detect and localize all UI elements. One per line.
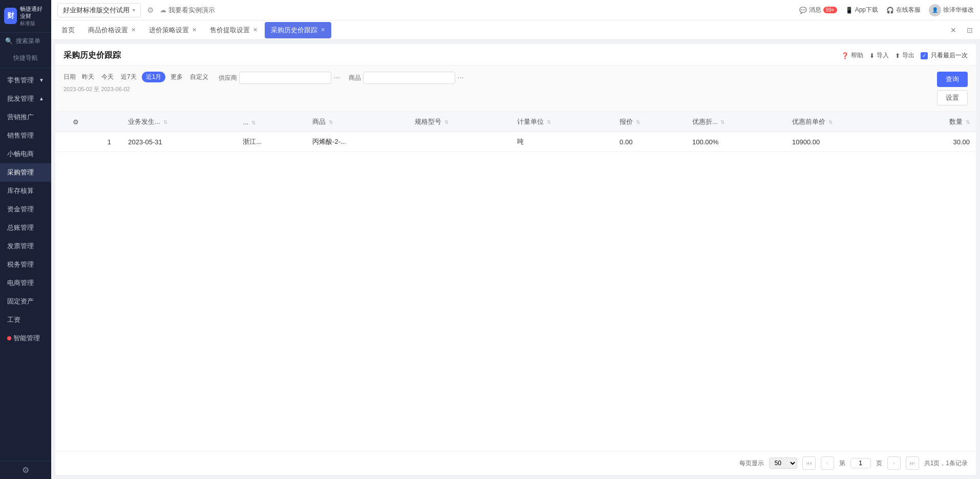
th-date[interactable]: 业务发生... ⇅: [122, 112, 237, 132]
cell-num: 1: [96, 132, 122, 152]
th-spec[interactable]: 规格型号 ⇅: [409, 112, 511, 132]
page-unit: 页: [876, 459, 882, 468]
date-btn-more[interactable]: 更多: [168, 72, 185, 82]
sidebar-item-inventory[interactable]: 库存核算: [0, 182, 51, 200]
goods-label: 商品: [349, 74, 361, 82]
gear-icon: ⚙: [73, 118, 79, 126]
sidebar-item-ledger[interactable]: 总账管理: [0, 219, 51, 237]
sidebar-item-invoice[interactable]: 发票管理: [0, 237, 51, 255]
th-goods[interactable]: 商品 ⇅: [306, 112, 409, 132]
user-menu[interactable]: 👤 徐泽华修改: [929, 4, 974, 16]
tab-cost-strategy-label: 进价策略设置: [149, 26, 189, 35]
date-btn-custom[interactable]: 自定义: [188, 72, 210, 82]
th-price[interactable]: 报价 ⇅: [613, 112, 686, 132]
pagination-next-btn[interactable]: ›: [887, 456, 901, 470]
only-latest-label: 只看最后一次: [931, 51, 968, 60]
version-selector[interactable]: 好业财标准版交付试用 ▾: [57, 3, 141, 17]
sidebar-item-retail[interactable]: 零售管理 ▼: [0, 71, 51, 90]
goods-filter: 商品 ···: [349, 72, 464, 84]
table-row: 1 2023-05-31 浙江... 丙烯酸-2-... 吨 0.00 100.…: [55, 132, 976, 152]
demo-btn[interactable]: ☁ 我要看实例演示: [160, 6, 215, 15]
tab-sale-price[interactable]: 售价提取设置 ✕: [204, 22, 264, 38]
sidebar-item-ecommerce-small[interactable]: 小畅电商: [0, 145, 51, 163]
topbar-right: 💬 消息 99+ 📱 App下载 🎧 在线客服 👤 徐泽华修改: [799, 4, 974, 16]
sidebar-item-wholesale[interactable]: 批发管理 ▲: [0, 90, 51, 108]
app-download-btn[interactable]: 📱 App下载: [845, 6, 878, 14]
sidebar-item-ecommerce-label: 电商管理: [7, 278, 44, 288]
close-sale-price-icon[interactable]: ✕: [253, 27, 258, 33]
import-btn[interactable]: ⬇ 导入: [869, 51, 889, 60]
goods-dots[interactable]: ···: [457, 73, 464, 82]
logo-app-name: 畅捷通好业财: [20, 5, 47, 20]
help-icon: ❓: [841, 52, 849, 59]
pagination: 每页显示 50 10 20 100 ⏮ ‹ 第 页 › ⏭ 共1页，1条记录: [55, 451, 976, 475]
app-download-label: App下载: [855, 6, 878, 14]
supplier-filter: 供应商 ···: [219, 72, 340, 84]
close-purchase-history-icon[interactable]: ✕: [321, 27, 325, 33]
sidebar-item-purchase[interactable]: 采购管理: [0, 163, 51, 182]
pagination-prev-btn[interactable]: ‹: [821, 456, 834, 470]
tab-maximize-btn[interactable]: ⊡: [964, 24, 976, 36]
close-cost-strategy-icon[interactable]: ✕: [192, 27, 197, 33]
supplier-input[interactable]: [239, 72, 331, 84]
sidebar-settings-icon[interactable]: ⚙: [22, 465, 29, 475]
sidebar-item-ai[interactable]: 智能管理: [0, 329, 51, 347]
sidebar-item-tax[interactable]: 税务管理: [0, 255, 51, 274]
date-btn-today[interactable]: 今天: [99, 72, 116, 82]
settings-btn[interactable]: 设置: [937, 90, 968, 105]
topbar: 好业财标准版交付试用 ▾ ⚙ ☁ 我要看实例演示 💬 消息 99+ 📱 App下…: [51, 0, 980, 20]
tab-purchase-history[interactable]: 采购历史价跟踪 ✕: [265, 22, 331, 38]
logo-icon: 财: [4, 8, 17, 24]
sidebar-item-ai-label: 智能管理: [13, 334, 44, 343]
th-gear[interactable]: ⚙: [55, 112, 96, 132]
th-original-price[interactable]: 优惠前单价 ⇅: [786, 112, 903, 132]
query-btn[interactable]: 查询: [937, 72, 968, 87]
goods-input[interactable]: [363, 72, 455, 84]
message-icon: 💬: [799, 7, 807, 14]
sidebar-item-tax-label: 税务管理: [7, 260, 44, 269]
tab-price-settings[interactable]: 商品价格设置 ✕: [82, 22, 142, 38]
sidebar-item-ecommerce[interactable]: 电商管理: [0, 274, 51, 292]
sidebar-item-salary[interactable]: 工资: [0, 311, 51, 329]
date-options: 昨天 今天 近7天 近1月 更多 自定义: [80, 72, 210, 82]
sidebar-item-finance[interactable]: 资金管理: [0, 200, 51, 219]
tab-home[interactable]: 首页: [55, 22, 81, 38]
per-page-label: 每页显示: [739, 459, 764, 468]
topbar-gear-icon[interactable]: ⚙: [147, 6, 154, 15]
sidebar-item-sales[interactable]: 销售管理: [0, 126, 51, 145]
date-range-display: 2023-05-02 至 2023-06-02: [63, 85, 210, 93]
supplier-dots[interactable]: ···: [333, 73, 340, 82]
only-latest-checkbox[interactable]: ✓: [921, 52, 928, 59]
date-btn-yesterday[interactable]: 昨天: [80, 72, 96, 82]
date-btn-1month[interactable]: 近1月: [142, 72, 166, 82]
message-btn[interactable]: 💬 消息 99+: [799, 6, 837, 14]
tab-home-label: 首页: [61, 26, 75, 35]
sort-goods-icon: ⇅: [329, 119, 333, 125]
main-area: 好业财标准版交付试用 ▾ ⚙ ☁ 我要看实例演示 💬 消息 99+ 📱 App下…: [51, 0, 980, 479]
demo-icon: ☁: [160, 6, 166, 14]
sidebar-search[interactable]: 🔍 搜索菜单: [0, 33, 51, 50]
online-service-btn[interactable]: 🎧 在线客服: [886, 6, 921, 14]
th-discount[interactable]: 优惠折... ⇅: [686, 112, 786, 132]
sidebar-item-marketing[interactable]: 营销推广: [0, 108, 51, 126]
pagination-first-btn[interactable]: ⏮: [802, 456, 816, 470]
tab-cost-strategy[interactable]: 进价策略设置 ✕: [143, 22, 203, 38]
th-quantity[interactable]: 数量 ⇅: [903, 112, 976, 132]
export-btn[interactable]: ⬆ 导出: [895, 51, 914, 60]
tab-close-all-btn[interactable]: ✕: [947, 24, 960, 36]
th-unit[interactable]: 计量单位 ⇅: [511, 112, 613, 132]
sidebar-item-fixed-assets[interactable]: 固定资产: [0, 292, 51, 311]
per-page-select[interactable]: 50 10 20 100: [769, 458, 797, 469]
page-input[interactable]: [850, 458, 871, 468]
sidebar-quick-nav[interactable]: 快捷导航: [0, 50, 51, 67]
pagination-last-btn[interactable]: ⏭: [906, 456, 919, 470]
help-btn[interactable]: ❓ 帮助: [841, 51, 863, 60]
version-label: 好业财标准版交付试用: [63, 6, 130, 15]
only-latest-toggle[interactable]: ✓ 只看最后一次: [921, 51, 968, 60]
close-price-settings-icon[interactable]: ✕: [131, 27, 136, 33]
cell-discount: 100.00%: [686, 132, 786, 152]
sort-unit-icon: ⇅: [547, 119, 551, 125]
cell-quantity: 30.00: [903, 132, 976, 152]
th-extra[interactable]: ... ⇅: [237, 112, 306, 132]
date-btn-7days[interactable]: 近7天: [119, 72, 139, 82]
